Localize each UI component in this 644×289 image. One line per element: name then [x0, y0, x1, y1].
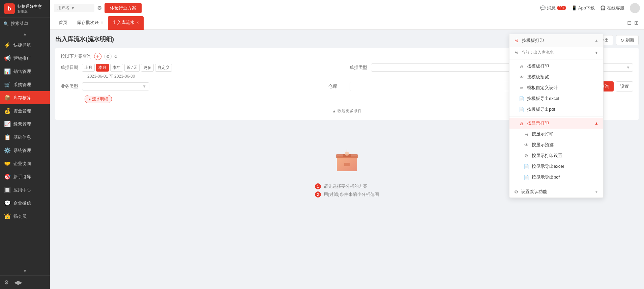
date-field-label: 单据日期 [61, 64, 79, 71]
user-name: 用户名 [57, 5, 69, 11]
step-num-2: 2 [315, 191, 321, 198]
template-excel-icon: 📄 [519, 96, 524, 101]
empty-step-2: 2 用[过滤]条件来缩小分析范围 [315, 191, 379, 198]
step-num-1: 1 [315, 183, 321, 189]
marketing-icon: 📢 [4, 55, 11, 61]
collapse-sidebar-icon[interactable]: ◀▶ [14, 279, 22, 286]
tab-home[interactable]: 首页 [54, 16, 72, 30]
date-btn-7days[interactable]: 近7天 [124, 64, 140, 72]
dropdown-display-settings[interactable]: ⚙ 按显示打印设置 [509, 150, 603, 161]
user-selector[interactable]: 用户名 ▼ [54, 4, 94, 12]
sidebar-item-quicknav[interactable]: ⚡ 快捷导航 [0, 38, 50, 52]
sidebar-search[interactable]: 🔍 搜索菜单 [0, 18, 50, 29]
tab-batch-close-icon[interactable]: × [101, 20, 103, 25]
newbie-icon: 🎯 [4, 174, 11, 180]
dropdown-current-label[interactable]: 🖨 当前：出入库流水 ▼ [509, 47, 603, 58]
sidebar-item-marketing[interactable]: 📢 营销推广 [0, 52, 50, 65]
date-shortcuts: 上月 本月 本年 近7天 更多 自定义 [82, 64, 172, 72]
display-excel-icon: 📄 [524, 164, 529, 169]
print-dropdown-panel: 🖨 按模板打印 ▲ 🖨 当前：出入库流水 ▼ 🖨 按模板打印 👁 按模板预览 ✏… [509, 34, 604, 198]
date-btn-this-month[interactable]: 本月 [96, 64, 109, 72]
message-btn[interactable]: 💬 消息 99+ [540, 5, 566, 11]
sidebar: b 畅捷通好生意 标准版 🔍 搜索菜单 ▲ ⚡ 快捷导航 📢 营销推广 📊 销售… [0, 0, 50, 289]
filter-tag-item[interactable]: ● 流水明细 [85, 95, 112, 103]
sales-icon: 📊 [4, 68, 11, 75]
basic-icon: 📋 [4, 134, 11, 140]
tab-batch-account[interactable]: 库存批次账 × [72, 16, 108, 30]
settings-btn[interactable]: 设置 [616, 81, 633, 91]
service-icon: 🎧 [600, 5, 606, 10]
display-print-icon: 🖨 [524, 131, 529, 137]
biz-type-select[interactable]: ▼ [82, 82, 149, 90]
biz-type-label: 业务类型 [61, 83, 79, 89]
topbar-gear-icon[interactable]: ⚙ [97, 5, 102, 11]
enterprise-icon: 🤝 [4, 160, 11, 167]
filter-gear-btn[interactable]: ⚙ [104, 53, 112, 60]
dropdown-template-custom[interactable]: ✏ 模板自定义设计 [509, 82, 603, 93]
dropdown-display-excel[interactable]: 📄 按显示导出excel [509, 161, 603, 172]
dropdown-display-preview[interactable]: 👁 按显示预览 [509, 139, 603, 150]
tabbar: 首页 库存批次账 × 出入库流水 × ⊟ ⊞ [50, 16, 644, 30]
finance-icon: 💰 [4, 108, 11, 114]
collapse-btn[interactable]: ▲ 收起更多条件 [332, 108, 362, 114]
sidebar-item-apps[interactable]: 🔲 应用中心 [0, 183, 50, 196]
tab-minimize-icon[interactable]: ⊟ [626, 18, 633, 27]
sidebar-item-newbie[interactable]: 🎯 新手引导 [0, 170, 50, 183]
dropdown-template-print[interactable]: 🖨 按模板打印 [509, 61, 603, 72]
sidebar-item-finance[interactable]: 💰 资金管理 [0, 104, 50, 117]
filter-add-btn[interactable]: + [94, 53, 101, 60]
online-service-btn[interactable]: 🎧 在线客服 [600, 5, 624, 11]
tab-flow[interactable]: 出入库流水 × [108, 16, 144, 30]
tag-icon: ● [88, 97, 91, 102]
sidebar-item-operation[interactable]: 📈 经营管理 [0, 117, 50, 131]
sidebar-item-basic[interactable]: 📋 基础信息 [0, 131, 50, 144]
sidebar-item-inventory[interactable]: 📦 库存核算 [0, 91, 50, 104]
sidebar-item-system[interactable]: ⚙️ 系统管理 [0, 144, 50, 157]
message-badge: 99+ [557, 6, 566, 10]
sidebar-item-enterprise[interactable]: 🤝 企业协同 [0, 157, 50, 170]
tab-flow-close-icon[interactable]: × [137, 20, 139, 25]
dropdown-template-pdf[interactable]: 📄 按模板导出pdf [509, 104, 603, 115]
divider-3 [509, 184, 603, 184]
filter-collapse-toggle[interactable]: « [114, 53, 117, 59]
refresh-btn[interactable]: ↻ 刷新 [616, 35, 639, 45]
message-icon: 💬 [540, 5, 546, 10]
dropdown-header-arrow-icon[interactable]: ▲ [594, 38, 598, 43]
warehouse-label: 仓库 [328, 83, 347, 89]
dropdown-display-section-header[interactable]: 🖨 按显示打印 ▲ [509, 118, 603, 129]
display-settings-icon: ⚙ [524, 153, 529, 158]
bill-type-arrow-icon: ▼ [626, 65, 630, 70]
current-flow-icon: 🖨 [514, 50, 518, 55]
refresh-icon: ↻ [620, 38, 624, 43]
biz-type-field: 业务类型 ▼ [61, 82, 323, 90]
sidebar-item-sales[interactable]: 📊 销售管理 [0, 65, 50, 78]
dropdown-display-print[interactable]: 🖨 按显示打印 [509, 129, 603, 139]
dropdown-template-preview[interactable]: 👁 按模板预览 [509, 72, 603, 82]
dropdown-template-excel[interactable]: 📄 按模板导出excel [509, 93, 603, 104]
user-avatar[interactable] [630, 3, 640, 13]
scroll-up-btn[interactable]: ▲ [0, 29, 50, 38]
dropdown-default-setting[interactable]: ⚙ 设置默认功能 ▼ [509, 186, 603, 198]
sidebar-logo: b 畅捷通好生意 标准版 [0, 0, 50, 18]
app-download-btn[interactable]: 📱 App下载 [572, 5, 595, 11]
trial-btn[interactable]: 体验行业方案 [105, 3, 142, 13]
dropdown-display-pdf[interactable]: 📄 按显示导出pdf [509, 172, 603, 183]
sidebar-item-purchase[interactable]: 🛒 采购管理 [0, 78, 50, 91]
empty-steps: 1 请先选择要分析的方案 2 用[过滤]条件来缩小分析范围 [315, 183, 379, 198]
date-btn-this-year[interactable]: 本年 [110, 64, 123, 72]
date-btn-last-month[interactable]: 上月 [82, 64, 95, 72]
date-range-text: 2023-06-01 至 2023-06-30 [87, 74, 135, 79]
user-chevron-icon: ▼ [71, 6, 75, 10]
sidebar-item-member[interactable]: 👑 畅会员 [0, 210, 50, 223]
sidebar-item-wechat[interactable]: 💬 企业微信 [0, 196, 50, 210]
default-setting-icon: ⚙ [514, 189, 518, 194]
date-field: 单据日期 上月 本月 本年 近7天 更多 自定义 [61, 64, 344, 72]
scroll-down-btn[interactable]: ▼ [0, 266, 50, 275]
app-logo-text: 畅捷通好生意 标准版 [18, 4, 42, 14]
date-btn-more[interactable]: 更多 [141, 64, 154, 72]
date-btn-custom[interactable]: 自定义 [155, 64, 172, 72]
default-arrow-icon: ▼ [594, 189, 598, 194]
tab-expand-icon[interactable]: ⊞ [633, 18, 640, 27]
member-icon: 👑 [4, 213, 11, 219]
settings-footer-icon[interactable]: ⚙ [4, 279, 9, 286]
